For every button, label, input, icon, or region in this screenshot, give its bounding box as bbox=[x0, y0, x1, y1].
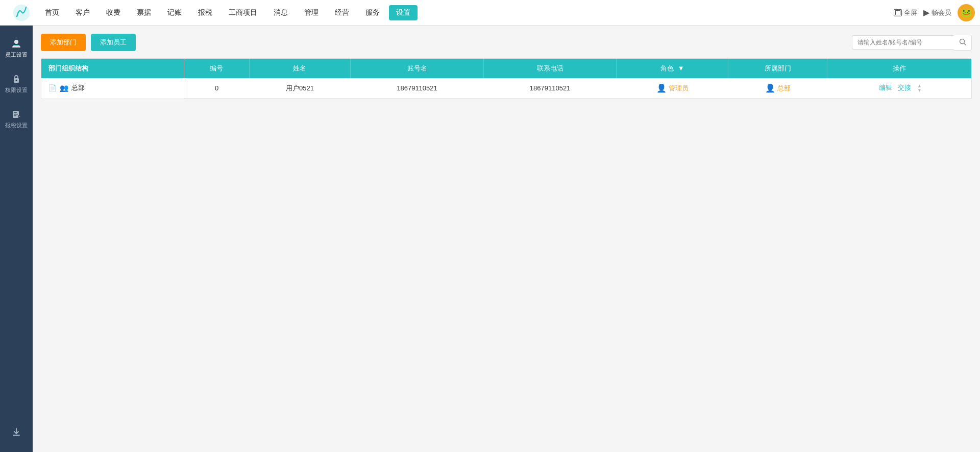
table-row: 0 用户0521 18679110521 18679110521 👤管理员 👤总… bbox=[184, 78, 971, 99]
nav-item-首页[interactable]: 首页 bbox=[38, 5, 66, 20]
logo bbox=[5, 4, 38, 22]
col-header-id: 编号 bbox=[184, 59, 249, 78]
col-header-action: 操作 bbox=[827, 59, 971, 78]
nav-item-消息[interactable]: 消息 bbox=[266, 5, 295, 20]
add-dept-button[interactable]: 添加部门 bbox=[41, 34, 86, 51]
nav-item-报税[interactable]: 报税 bbox=[191, 5, 219, 20]
cell-actions: 编辑 交接 ▲ ▼ bbox=[827, 78, 971, 99]
table-header-row: 编号 姓名 账号名 联系电话 角 bbox=[184, 59, 971, 78]
col-header-name: 姓名 bbox=[249, 59, 351, 78]
tree-header: 部门组织结构 bbox=[41, 59, 184, 78]
svg-line-12 bbox=[964, 43, 966, 45]
sidebar-item-tax[interactable]: 报税设置 bbox=[0, 101, 33, 136]
tree-item-root-label: 总部 bbox=[71, 83, 85, 92]
sidebar-item-download[interactable] bbox=[8, 419, 25, 445]
scroll-arrows: ▲ ▼ bbox=[917, 84, 922, 93]
nav-items: 首页客户收费票据记账报税工商项目消息管理经营服务设置 bbox=[38, 5, 894, 20]
svg-rect-1 bbox=[896, 10, 900, 15]
file-icon: 📄 bbox=[48, 84, 57, 92]
svg-rect-9 bbox=[14, 115, 16, 116]
col-header-dept: 所属部门 bbox=[728, 59, 827, 78]
toolbar-row: 添加部门 添加员工 bbox=[41, 34, 972, 51]
col-header-account: 账号名 bbox=[351, 59, 484, 78]
sidebar-item-employee[interactable]: 员工设置 bbox=[0, 31, 33, 66]
search-area bbox=[852, 35, 972, 51]
filter-icon[interactable]: ▼ bbox=[678, 64, 684, 72]
svg-rect-7 bbox=[14, 112, 17, 113]
user-avatar[interactable]: 🐸 bbox=[958, 4, 975, 21]
add-employee-button[interactable]: 添加员工 bbox=[91, 34, 136, 51]
nav-item-客户[interactable]: 客户 bbox=[68, 5, 97, 20]
col-header-role: 角色 ▼ bbox=[617, 59, 728, 78]
download-icon bbox=[11, 426, 22, 438]
fullscreen-label: 全屏 bbox=[904, 8, 917, 17]
tree-item-root[interactable]: 📄 👥 总部 bbox=[41, 78, 184, 98]
layout: 员工设置 权限设置 bbox=[0, 26, 980, 452]
sidebar-bottom bbox=[8, 419, 25, 452]
search-button[interactable] bbox=[954, 35, 972, 51]
nav-item-工商项目[interactable]: 工商项目 bbox=[222, 5, 264, 20]
svg-point-2 bbox=[14, 40, 18, 44]
sidebar: 员工设置 权限设置 bbox=[0, 26, 33, 452]
sidebar-item-permission-label: 权限设置 bbox=[5, 86, 28, 94]
table-panel: 编号 姓名 账号名 联系电话 角 bbox=[184, 59, 971, 99]
user-group-icon: 👥 bbox=[60, 84, 68, 92]
col-header-phone: 联系电话 bbox=[483, 59, 617, 78]
cell-role: 👤管理员 bbox=[617, 78, 728, 99]
tree-panel: 部门组织结构 📄 👥 总部 bbox=[41, 59, 184, 99]
employee-icon bbox=[11, 38, 22, 49]
cell-account: 18679110521 bbox=[351, 78, 484, 99]
tax-icon bbox=[11, 108, 22, 120]
nav-item-服务[interactable]: 服务 bbox=[358, 5, 387, 20]
cell-id: 0 bbox=[184, 78, 249, 99]
nav-item-设置[interactable]: 设置 bbox=[389, 5, 418, 20]
svg-point-5 bbox=[16, 80, 17, 81]
vip-icon: ▶ bbox=[923, 8, 929, 17]
top-navigation: 首页客户收费票据记账报税工商项目消息管理经营服务设置 全屏 ▶ 畅会员 🐸 bbox=[0, 0, 980, 26]
fullscreen-button[interactable]: 全屏 bbox=[894, 8, 917, 17]
search-icon bbox=[959, 38, 966, 45]
sidebar-item-tax-label: 报税设置 bbox=[5, 122, 28, 129]
employee-table: 编号 姓名 账号名 联系电话 角 bbox=[184, 59, 971, 99]
right-area: 全屏 ▶ 畅会员 🐸 bbox=[894, 4, 975, 21]
nav-item-记账[interactable]: 记账 bbox=[160, 5, 189, 20]
vip-label: 畅会员 bbox=[932, 8, 951, 17]
edit-action[interactable]: 编辑 bbox=[879, 84, 892, 91]
nav-item-收费[interactable]: 收费 bbox=[99, 5, 128, 20]
fullscreen-icon bbox=[894, 9, 902, 16]
cell-name: 用户0521 bbox=[249, 78, 351, 99]
main-content: 添加部门 添加员工 部门组织结构 📄 👥 bbox=[33, 26, 980, 452]
svg-rect-8 bbox=[14, 114, 18, 114]
search-input[interactable] bbox=[852, 35, 954, 50]
nav-item-经营[interactable]: 经营 bbox=[328, 5, 356, 20]
sidebar-item-employee-label: 员工设置 bbox=[5, 51, 28, 59]
vip-button[interactable]: ▶ 畅会员 bbox=[923, 8, 951, 17]
nav-item-票据[interactable]: 票据 bbox=[130, 5, 158, 20]
sidebar-item-permission[interactable]: 权限设置 bbox=[0, 66, 33, 101]
toolbar-buttons: 添加部门 添加员工 bbox=[41, 34, 136, 51]
svg-rect-3 bbox=[14, 45, 18, 46]
transfer-action[interactable]: 交接 bbox=[898, 84, 911, 91]
content-area: 部门组织结构 📄 👥 总部 编号 姓 bbox=[41, 58, 972, 99]
cell-phone: 18679110521 bbox=[483, 78, 617, 99]
nav-item-管理[interactable]: 管理 bbox=[297, 5, 326, 20]
cell-dept: 👤总部 bbox=[728, 78, 827, 99]
permission-icon bbox=[11, 73, 22, 84]
